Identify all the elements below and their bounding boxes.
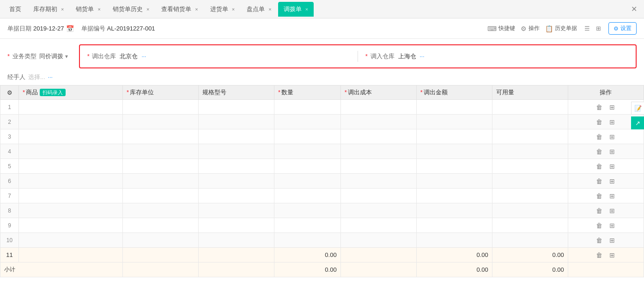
tab-transfer-order-close[interactable]: × bbox=[305, 6, 308, 12]
window-close-button[interactable]: ✕ bbox=[627, 3, 640, 16]
copy-icon-9[interactable]: ⊞ bbox=[608, 221, 617, 230]
float-note-button[interactable]: 📝 bbox=[631, 102, 644, 115]
cell-product-5[interactable] bbox=[19, 159, 123, 174]
delete-icon-8[interactable]: 🗑 bbox=[595, 206, 604, 215]
cell-unit-10[interactable] bbox=[122, 233, 198, 248]
tab-inventory-check[interactable]: 盘点单 × bbox=[241, 2, 277, 17]
cell-qty-3[interactable] bbox=[274, 129, 341, 144]
cell-unit-4[interactable] bbox=[122, 144, 198, 159]
cell-spec-8[interactable] bbox=[199, 203, 274, 218]
cell-qty-6[interactable] bbox=[274, 174, 341, 189]
cell-spec-7[interactable] bbox=[199, 189, 274, 203]
copy-icon-8[interactable]: ⊞ bbox=[608, 206, 617, 215]
cell-spec-2[interactable] bbox=[199, 115, 274, 129]
cell-cost-9[interactable] bbox=[340, 218, 416, 233]
cell-qty-10[interactable] bbox=[274, 233, 341, 248]
cell-spec-3[interactable] bbox=[199, 129, 274, 144]
copy-icon-7[interactable]: ⊞ bbox=[608, 191, 617, 201]
cell-unit-6[interactable] bbox=[122, 174, 198, 189]
cell-unit-11[interactable] bbox=[122, 248, 198, 262]
cell-amount-3[interactable] bbox=[416, 129, 492, 144]
cell-cost-3[interactable] bbox=[340, 129, 416, 144]
cell-cost-7[interactable] bbox=[340, 189, 416, 203]
cell-qty-9[interactable] bbox=[274, 218, 341, 233]
cell-available-3[interactable] bbox=[492, 129, 568, 144]
scan-input-button[interactable]: 扫码录入 bbox=[40, 89, 66, 96]
tab-home[interactable]: 首页 bbox=[4, 2, 27, 17]
cell-spec-4[interactable] bbox=[199, 144, 274, 159]
cell-unit-9[interactable] bbox=[122, 218, 198, 233]
cell-spec-11[interactable] bbox=[199, 248, 274, 262]
cell-qty-5[interactable] bbox=[274, 159, 341, 174]
tab-view-sales[interactable]: 查看销货单 × bbox=[156, 2, 203, 17]
float-expand-button[interactable]: ↗ bbox=[631, 116, 644, 129]
cell-cost-8[interactable] bbox=[340, 203, 416, 218]
cell-product-3[interactable] bbox=[19, 129, 123, 144]
cell-qty-7[interactable] bbox=[274, 189, 341, 203]
cell-amount-5[interactable] bbox=[416, 159, 492, 174]
delete-icon-1[interactable]: 🗑 bbox=[595, 103, 604, 112]
cell-qty-2[interactable] bbox=[274, 115, 341, 129]
delete-icon-6[interactable]: 🗑 bbox=[595, 177, 604, 186]
tab-sales-order[interactable]: 销货单 × bbox=[70, 2, 106, 17]
warehouse-out-more-icon[interactable]: ··· bbox=[141, 53, 146, 60]
operation-button[interactable]: ⚙ 操作 bbox=[521, 24, 540, 32]
cell-amount-9[interactable] bbox=[416, 218, 492, 233]
cell-available-4[interactable] bbox=[492, 144, 568, 159]
cell-available-6[interactable] bbox=[492, 174, 568, 189]
cell-cost-10[interactable] bbox=[340, 233, 416, 248]
cell-qty-8[interactable] bbox=[274, 203, 341, 218]
layout-grid-icon[interactable]: ⊞ bbox=[594, 24, 603, 33]
copy-icon-11[interactable]: ⊞ bbox=[608, 250, 617, 260]
delete-icon-4[interactable]: 🗑 bbox=[595, 147, 604, 156]
cell-cost-2[interactable] bbox=[340, 115, 416, 129]
cell-available-8[interactable] bbox=[492, 203, 568, 218]
cell-amount-10[interactable] bbox=[416, 233, 492, 248]
handler-more-icon[interactable]: ··· bbox=[48, 74, 53, 80]
cell-amount-6[interactable] bbox=[416, 174, 492, 189]
cell-unit-1[interactable] bbox=[122, 100, 198, 115]
cell-unit-2[interactable] bbox=[122, 115, 198, 129]
cell-cost-6[interactable] bbox=[340, 174, 416, 189]
cell-spec-1[interactable] bbox=[199, 100, 274, 115]
copy-icon-1[interactable]: ⊞ bbox=[608, 103, 617, 112]
tab-view-sales-close[interactable]: × bbox=[195, 6, 198, 12]
col-header-setting[interactable]: ⚙ bbox=[0, 85, 19, 100]
cell-qty-1[interactable] bbox=[274, 100, 341, 115]
delete-icon-7[interactable]: 🗑 bbox=[595, 191, 604, 201]
cell-product-1[interactable] bbox=[19, 100, 123, 115]
cell-amount-2[interactable] bbox=[416, 115, 492, 129]
warehouse-in-more-icon[interactable]: ··· bbox=[420, 53, 425, 60]
delete-icon-5[interactable]: 🗑 bbox=[595, 162, 604, 171]
setting-button[interactable]: ⚙ 设置 bbox=[608, 22, 637, 35]
cell-unit-5[interactable] bbox=[122, 159, 198, 174]
copy-icon-6[interactable]: ⊞ bbox=[608, 177, 617, 186]
handler-placeholder[interactable]: 选择... bbox=[28, 73, 45, 81]
cell-cost-1[interactable] bbox=[340, 100, 416, 115]
tab-purchase-order-close[interactable]: × bbox=[232, 6, 235, 12]
cell-spec-10[interactable] bbox=[199, 233, 274, 248]
tab-sales-history[interactable]: 销货单历史 × bbox=[107, 2, 155, 17]
copy-icon-5[interactable]: ⊞ bbox=[608, 162, 617, 171]
tab-purchase-order[interactable]: 进货单 × bbox=[205, 2, 240, 17]
cell-spec-6[interactable] bbox=[199, 174, 274, 189]
business-type-dropdown[interactable]: 同价调拨 ▾ bbox=[39, 52, 68, 61]
tab-sales-order-close[interactable]: × bbox=[97, 6, 100, 12]
delete-icon-9[interactable]: 🗑 bbox=[595, 221, 604, 230]
cell-product-2[interactable] bbox=[19, 115, 123, 129]
cell-product-10[interactable] bbox=[19, 233, 123, 248]
tab-inventory-init[interactable]: 库存期初 × bbox=[28, 2, 69, 17]
cell-unit-7[interactable] bbox=[122, 189, 198, 203]
cell-amount-1[interactable] bbox=[416, 100, 492, 115]
history-button[interactable]: 📋 历史单据 bbox=[545, 24, 577, 32]
cell-product-6[interactable] bbox=[19, 174, 123, 189]
tab-inventory-check-close[interactable]: × bbox=[268, 6, 271, 12]
cell-available-5[interactable] bbox=[492, 159, 568, 174]
cell-product-7[interactable] bbox=[19, 189, 123, 203]
delete-icon-2[interactable]: 🗑 bbox=[595, 117, 604, 127]
cell-spec-5[interactable] bbox=[199, 159, 274, 174]
cell-product-11[interactable] bbox=[19, 248, 123, 262]
tab-transfer-order[interactable]: 调拨单 × bbox=[278, 2, 314, 17]
cell-unit-8[interactable] bbox=[122, 203, 198, 218]
copy-icon-2[interactable]: ⊞ bbox=[608, 117, 617, 127]
